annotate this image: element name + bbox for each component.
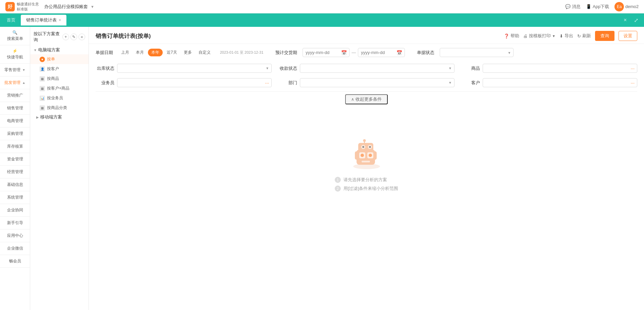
sidebar-item-ops-mgmt[interactable]: 经营管理 <box>0 166 30 178</box>
customer-more-icon[interactable]: ··· <box>631 80 635 86</box>
sidebar-item-app-center[interactable]: 应用中心 <box>0 229 30 242</box>
date-separator: — <box>352 50 356 55</box>
tab-home[interactable]: 首页 <box>1 15 21 25</box>
export-icon: ⬇ <box>559 34 563 39</box>
messages-btn[interactable]: 💬 消息 <box>565 4 581 10</box>
customer-input[interactable] <box>483 78 637 87</box>
tab-sales-order-stat[interactable]: 销售订单统计表 × <box>21 15 66 25</box>
top-bar: 好 畅捷通好生意 标准版 办公用品行业模拟账套 ▼ 💬 消息 📱 App下载 E… <box>0 0 644 13</box>
sidebar-item-new-guide[interactable]: 新手引导 <box>0 217 30 229</box>
scheme-item-label: 按商品分类 <box>47 105 67 111</box>
logo-text: 畅捷通好生意 标准版 <box>17 2 39 11</box>
sidebar-item-wholesale-mgmt[interactable]: 批发管理 ▲ <box>0 76 30 89</box>
filter-fields-row3: 业务员 ··· 部门 ▼ <box>96 75 637 90</box>
scheme-item-by-customer[interactable]: 👤 按客户 <box>30 64 89 74</box>
avatar: Ea <box>614 2 624 11</box>
scheme-item-by-product-category[interactable]: ▦ 按商品分类 <box>30 103 89 113</box>
sidebar-item-sales-mgmt[interactable]: 销售管理 <box>0 102 30 115</box>
svg-point-5 <box>369 154 372 157</box>
help-icon: ❓ <box>504 34 509 39</box>
tip-num-2: 2 <box>335 186 341 192</box>
settings-btn[interactable]: 设置 <box>619 31 637 41</box>
scheme-item-label: 按客户 <box>47 66 59 72</box>
sidebar-item-marketing[interactable]: 营销推广 <box>0 89 30 102</box>
print-dropdown-icon[interactable]: ▼ <box>552 34 555 38</box>
print-icon: 🖨 <box>523 34 528 39</box>
calendar-to-icon: 📅 <box>396 50 402 55</box>
svg-rect-6 <box>362 161 370 162</box>
date-tab-custom[interactable]: 自定义 <box>196 49 213 56</box>
app-download-btn[interactable]: 📱 App下载 <box>586 4 609 10</box>
sidebar-item-inventory-calc[interactable]: 库存核算 <box>0 140 30 153</box>
scheme-add-btn[interactable]: + <box>62 34 69 40</box>
scheme-item-by-salesperson[interactable]: 📊 按业务员 <box>30 93 89 103</box>
logo-area: 好 畅捷通好生意 标准版 <box>5 2 39 11</box>
date-tab-last-month[interactable]: 上月 <box>118 49 132 56</box>
sidebar-item-finance-mgmt[interactable]: 资金管理 <box>0 153 30 166</box>
tab-action-close[interactable]: × <box>621 16 629 24</box>
scheme-item-by-order[interactable]: ● 按单 <box>30 54 89 64</box>
app-title[interactable]: 办公用品行业模拟账套 <box>44 4 88 10</box>
department-select[interactable] <box>300 78 454 87</box>
scheme-item-by-product[interactable]: ▦ 按商品 <box>30 74 89 84</box>
order-status-select[interactable] <box>440 48 514 57</box>
date-filter-label: 单据日期 <box>96 50 113 56</box>
date-tab-more[interactable]: 更多 <box>181 49 195 56</box>
scheme-item-icon: ● <box>40 57 45 62</box>
expected-date-from-wrap: 📅 <box>303 48 350 57</box>
svg-point-15 <box>363 139 366 142</box>
filter-area: 单据日期 上月 本月 本年 近7天 更多 自定义 2023-01-01 至 20… <box>89 44 644 111</box>
dropdown-icon[interactable]: ▼ <box>91 5 94 9</box>
scheme-item-icon: 👤 <box>40 66 45 72</box>
page-actions: ❓ 帮助 🖨 按模板打印 ▼ ⬇ 导出 ↻ 刷新 <box>504 31 637 41</box>
sidebar-item-purchase-mgmt[interactable]: 采购管理 <box>0 127 30 140</box>
sidebar-item-system-mgmt[interactable]: 系统管理 <box>0 191 30 204</box>
query-btn[interactable]: 查询 <box>595 31 614 41</box>
scheme-collapse-btn[interactable]: « <box>78 34 85 40</box>
tip-num-1: 1 <box>335 177 341 183</box>
user-menu[interactable]: Ea demo2 <box>614 2 639 11</box>
tab-close-btn[interactable]: × <box>59 18 61 22</box>
scheme-category-pc[interactable]: ▼ 电脑端方案 <box>30 46 89 54</box>
date-tab-this-year[interactable]: 本年 <box>148 49 163 56</box>
sidebar-item-enterprise-wechat[interactable]: 企业微信 <box>0 242 30 255</box>
scheme-edit-btn[interactable]: ✎ <box>70 34 77 40</box>
sidebar-item-retail-mgmt[interactable]: 零售管理 ▼ <box>0 64 30 76</box>
department-wrap: ▼ <box>300 78 454 87</box>
salesperson-input[interactable] <box>117 78 272 87</box>
svg-rect-7 <box>355 151 358 160</box>
date-tab-this-month[interactable]: 本月 <box>133 49 147 56</box>
payment-status-select[interactable] <box>300 64 454 73</box>
salesperson-label: 业务员 <box>96 80 114 86</box>
sidebar-item-enterprise-collab[interactable]: 企业协同 <box>0 204 30 217</box>
top-bar-left: 好 畅捷通好生意 标准版 办公用品行业模拟账套 ▼ <box>5 2 94 11</box>
payment-status-label: 收款状态 <box>278 65 297 71</box>
chevron-down-icon: ▲ <box>22 81 25 85</box>
svg-point-13 <box>369 146 371 148</box>
ship-status-wrap: ▼ <box>117 64 272 73</box>
sidebar-item-ecommerce-mgmt[interactable]: 电商管理 <box>0 115 30 127</box>
chevron-right-icon: ▶ <box>36 115 39 119</box>
sidebar: 🔍 搜索菜单 ⚡ 快捷导航 零售管理 ▼ 批发管理 ▲ 营销推广 销售管理 电商… <box>0 27 30 310</box>
sidebar-item-quick-nav[interactable]: ⚡ 快捷导航 <box>0 45 30 64</box>
filter-field-payment-status: 收款状态 ▼ <box>278 64 454 73</box>
tab-action-expand[interactable]: ⤢ <box>632 16 640 24</box>
product-more-icon[interactable]: ··· <box>631 66 635 71</box>
sidebar-item-member[interactable]: 畅会员 <box>0 255 30 268</box>
date-tab-last-7[interactable]: 近7天 <box>164 49 180 56</box>
page-header: 销售订单统计表(按单) ❓ 帮助 🖨 按模板打印 ▼ ⬇ 导出 <box>89 27 644 44</box>
product-input[interactable] <box>483 64 637 73</box>
ship-status-select[interactable] <box>117 64 272 73</box>
download-icon: 📱 <box>586 4 591 9</box>
sidebar-item-search-menu[interactable]: 🔍 搜索菜单 <box>0 27 30 45</box>
print-btn[interactable]: 🖨 按模板打印 ▼ <box>523 33 555 39</box>
salesperson-more-icon[interactable]: ··· <box>265 80 269 86</box>
scheme-item-by-customer-product[interactable]: ▦ 按客户+商品 <box>30 84 89 93</box>
sidebar-item-basic-info[interactable]: 基础信息 <box>0 178 30 191</box>
scheme-category-mobile[interactable]: ▶ 移动端方案 <box>30 113 89 121</box>
refresh-btn[interactable]: ↻ 刷新 <box>577 33 591 39</box>
help-btn[interactable]: ❓ 帮助 <box>504 33 519 39</box>
chevron-right-icon: ▼ <box>22 68 25 72</box>
export-btn[interactable]: ⬇ 导出 <box>559 33 573 39</box>
collapse-btn[interactable]: ∧ 收起更多条件 <box>345 94 388 104</box>
